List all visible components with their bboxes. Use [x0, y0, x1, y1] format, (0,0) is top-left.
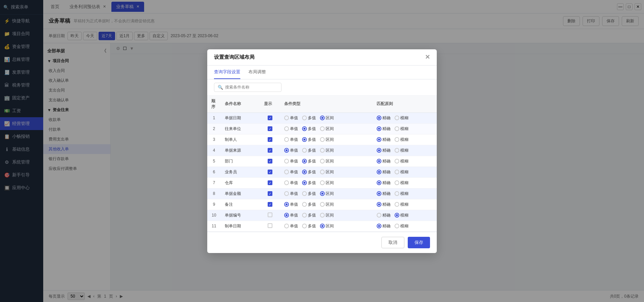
visible-checkbox[interactable]: [268, 223, 272, 228]
radio-match-精确[interactable]: 精确: [377, 158, 391, 164]
row-order: 1: [207, 112, 221, 123]
row-visible[interactable]: ✓: [260, 199, 280, 210]
radio-condition-单值[interactable]: 单值: [284, 126, 298, 132]
radio-condition-多值[interactable]: 多值: [302, 202, 316, 207]
row-visible[interactable]: ✓: [260, 156, 280, 167]
radio-condition-区间[interactable]: 区间: [320, 137, 334, 143]
radio-match-精确[interactable]: 精确: [377, 223, 391, 229]
row-visible[interactable]: ✓: [260, 112, 280, 123]
radio-condition-区间[interactable]: 区间: [320, 115, 334, 121]
radio-condition-区间[interactable]: 区间: [320, 212, 334, 218]
radio-match-模糊[interactable]: 模糊: [395, 148, 408, 153]
radio-condition-多值[interactable]: 多值: [302, 158, 316, 164]
modal-close-button[interactable]: ✕: [425, 54, 430, 60]
row-name: 单据编号: [221, 210, 260, 221]
radio-match-精确[interactable]: 精确: [377, 148, 391, 153]
radio-condition-多值[interactable]: 多值: [302, 148, 316, 153]
row-visible[interactable]: ✓: [260, 145, 280, 156]
radio-match-精确[interactable]: 精确: [377, 212, 391, 218]
radio-match-模糊[interactable]: 模糊: [395, 115, 408, 121]
row-visible[interactable]: [260, 210, 280, 221]
row-match: 精确模糊: [373, 177, 437, 188]
modal-overlay: 设置查询区域布局 ✕ 查询字段设置 布局调整 🔍 顺序 条件名称 显示 条件类型: [0, 0, 644, 302]
radio-match-模糊[interactable]: 模糊: [395, 180, 408, 186]
radio-condition-单值[interactable]: 单值: [284, 202, 298, 207]
radio-circle-区间: [320, 202, 325, 207]
radio-condition-多值[interactable]: 多值: [302, 180, 316, 186]
modal-save-button[interactable]: 保存: [408, 237, 430, 248]
row-visible[interactable]: [260, 221, 280, 231]
radio-match-精确[interactable]: 精确: [377, 137, 391, 143]
row-visible[interactable]: ✓: [260, 134, 280, 145]
visible-checkbox[interactable]: ✓: [268, 191, 272, 196]
radio-condition-区间[interactable]: 区间: [320, 202, 334, 207]
radio-condition-多值[interactable]: 多值: [302, 126, 316, 132]
modal-search-area: 🔍: [207, 79, 437, 96]
radio-match-模糊[interactable]: 模糊: [395, 169, 408, 175]
row-visible[interactable]: ✓: [260, 123, 280, 134]
radio-match-模糊[interactable]: 模糊: [395, 126, 408, 132]
radio-condition-单值[interactable]: 单值: [284, 115, 298, 121]
radio-match-精确[interactable]: 精确: [377, 126, 391, 132]
visible-checkbox[interactable]: ✓: [268, 126, 272, 131]
row-order: 11: [207, 221, 221, 231]
radio-condition-区间[interactable]: 区间: [320, 148, 334, 153]
col-match-rule: 匹配原则: [373, 96, 437, 113]
radio-match-精确[interactable]: 精确: [377, 115, 391, 121]
radio-match-精确[interactable]: 精确: [377, 191, 391, 197]
radio-match-模糊[interactable]: 模糊: [395, 191, 408, 197]
radio-condition-单值[interactable]: 单值: [284, 180, 298, 186]
radio-condition-多值[interactable]: 多值: [302, 191, 316, 197]
radio-condition-区间[interactable]: 区间: [320, 223, 334, 229]
visible-checkbox[interactable]: ✓: [268, 159, 272, 163]
radio-condition-多值[interactable]: 多值: [302, 169, 316, 175]
radio-match-模糊[interactable]: 模糊: [395, 202, 408, 207]
radio-match-精确[interactable]: 精确: [377, 202, 391, 207]
radio-condition-单值[interactable]: 单值: [284, 148, 298, 153]
radio-condition-区间[interactable]: 区间: [320, 126, 334, 132]
radio-match-circle-精确: [377, 202, 381, 207]
visible-checkbox[interactable]: ✓: [268, 180, 272, 185]
radio-match-精确[interactable]: 精确: [377, 180, 391, 186]
radio-circle-区间: [320, 180, 325, 185]
radio-match-精确[interactable]: 精确: [377, 169, 391, 175]
radio-circle-多值: [302, 148, 307, 153]
radio-condition-单值[interactable]: 单值: [284, 212, 298, 218]
row-visible[interactable]: ✓: [260, 167, 280, 177]
row-condition: 单值多值区间: [280, 199, 373, 210]
radio-condition-区间[interactable]: 区间: [320, 158, 334, 164]
visible-checkbox[interactable]: ✓: [268, 116, 272, 120]
radio-condition-单值[interactable]: 单值: [284, 223, 298, 229]
row-order: 4: [207, 145, 221, 156]
row-visible[interactable]: ✓: [260, 177, 280, 188]
radio-condition-单值[interactable]: 单值: [284, 158, 298, 164]
radio-condition-单值[interactable]: 单值: [284, 137, 298, 143]
radio-condition-多值[interactable]: 多值: [302, 115, 316, 121]
radio-circle-单值: [284, 202, 289, 207]
radio-condition-区间[interactable]: 区间: [320, 169, 334, 175]
radio-condition-多值[interactable]: 多值: [302, 212, 316, 218]
radio-condition-单值[interactable]: 单值: [284, 169, 298, 175]
radio-condition-多值[interactable]: 多值: [302, 223, 316, 229]
radio-match-circle-精确: [377, 224, 381, 228]
radio-match-模糊[interactable]: 模糊: [395, 223, 408, 229]
radio-match-模糊[interactable]: 模糊: [395, 137, 408, 143]
visible-checkbox[interactable]: ✓: [268, 137, 272, 142]
cancel-button[interactable]: 取消: [381, 237, 404, 248]
radio-condition-单值[interactable]: 单值: [284, 191, 298, 197]
tab-layout-adjust[interactable]: 布局调整: [248, 66, 266, 79]
row-visible[interactable]: ✓: [260, 188, 280, 199]
visible-checkbox[interactable]: ✓: [268, 202, 272, 207]
visible-checkbox[interactable]: [268, 212, 272, 217]
visible-checkbox[interactable]: ✓: [268, 148, 272, 153]
radio-match-模糊[interactable]: 模糊: [395, 158, 408, 164]
visible-checkbox[interactable]: ✓: [268, 170, 272, 174]
radio-condition-多值[interactable]: 多值: [302, 137, 316, 143]
row-match: 精确模糊: [373, 156, 437, 167]
modal-search-input[interactable]: [225, 85, 278, 90]
tab-field-settings[interactable]: 查询字段设置: [214, 66, 240, 79]
radio-match-模糊[interactable]: 模糊: [395, 212, 408, 218]
radio-condition-区间[interactable]: 区间: [320, 191, 334, 197]
radio-condition-区间[interactable]: 区间: [320, 180, 334, 186]
radio-circle-多值: [302, 137, 307, 142]
